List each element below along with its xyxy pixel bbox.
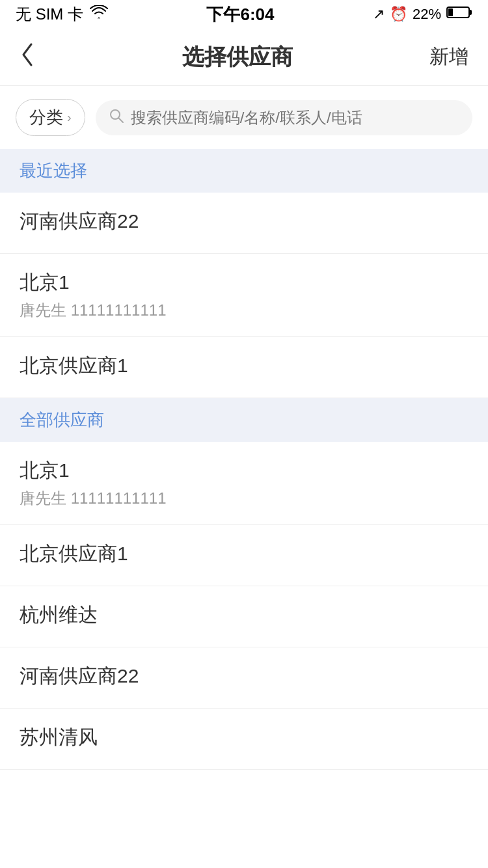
category-label: 分类	[29, 106, 63, 129]
filter-bar: 分类 ›	[0, 86, 488, 149]
search-icon	[109, 108, 124, 128]
status-right: ↗ ⏰ 22%	[373, 5, 472, 23]
back-button[interactable]	[20, 42, 59, 73]
battery-level: 22%	[413, 6, 441, 23]
search-input[interactable]	[131, 109, 459, 127]
status-time: 下午6:04	[206, 3, 274, 26]
list-item[interactable]: 北京1 唐先生 11111111111	[0, 442, 488, 525]
item-name: 北京供应商1	[20, 353, 468, 379]
add-button[interactable]: 新增	[416, 44, 468, 70]
list-item[interactable]: 杭州维达	[0, 586, 488, 647]
page-title: 选择供应商	[59, 42, 416, 72]
alarm-icon: ⏰	[390, 6, 407, 23]
status-bar: 无 SIM 卡 下午6:04 ↗ ⏰ 22%	[0, 0, 488, 29]
sim-status: 无 SIM 卡	[16, 4, 83, 25]
item-name: 北京供应商1	[20, 541, 468, 567]
search-box	[96, 100, 472, 135]
svg-rect-2	[448, 8, 453, 16]
svg-rect-1	[469, 10, 472, 15]
all-section-header: 全部供应商	[0, 398, 488, 442]
item-name: 河南供应商22	[20, 663, 468, 690]
svg-line-4	[118, 118, 123, 122]
list-item[interactable]: 苏州清风	[0, 709, 488, 770]
location-icon: ↗	[373, 6, 385, 23]
status-left: 无 SIM 卡	[16, 4, 108, 25]
all-section-label: 全部供应商	[20, 410, 104, 429]
list-item[interactable]: 北京1 唐先生 11111111111	[0, 254, 488, 337]
item-name: 杭州维达	[20, 602, 468, 629]
all-list: 北京1 唐先生 11111111111 北京供应商1 杭州维达 河南供应商22 …	[0, 442, 488, 770]
battery-icon	[446, 5, 472, 23]
wifi-icon	[90, 5, 108, 23]
list-item[interactable]: 北京供应商1	[0, 337, 488, 398]
chevron-right-icon: ›	[67, 110, 72, 125]
recent-section-header: 最近选择	[0, 149, 488, 193]
list-item[interactable]: 河南供应商22	[0, 193, 488, 254]
list-item[interactable]: 河南供应商22	[0, 647, 488, 709]
recent-list: 河南供应商22 北京1 唐先生 11111111111 北京供应商1	[0, 193, 488, 398]
item-name: 苏州清风	[20, 724, 468, 751]
nav-bar: 选择供应商 新增	[0, 29, 488, 86]
recent-section-label: 最近选择	[20, 161, 87, 180]
item-name: 河南供应商22	[20, 208, 468, 235]
category-button[interactable]: 分类 ›	[16, 99, 85, 136]
item-contact: 唐先生 11111111111	[20, 300, 468, 321]
list-item[interactable]: 北京供应商1	[0, 525, 488, 586]
item-name: 北京1	[20, 457, 468, 484]
item-name: 北京1	[20, 269, 468, 296]
item-contact: 唐先生 11111111111	[20, 488, 468, 509]
